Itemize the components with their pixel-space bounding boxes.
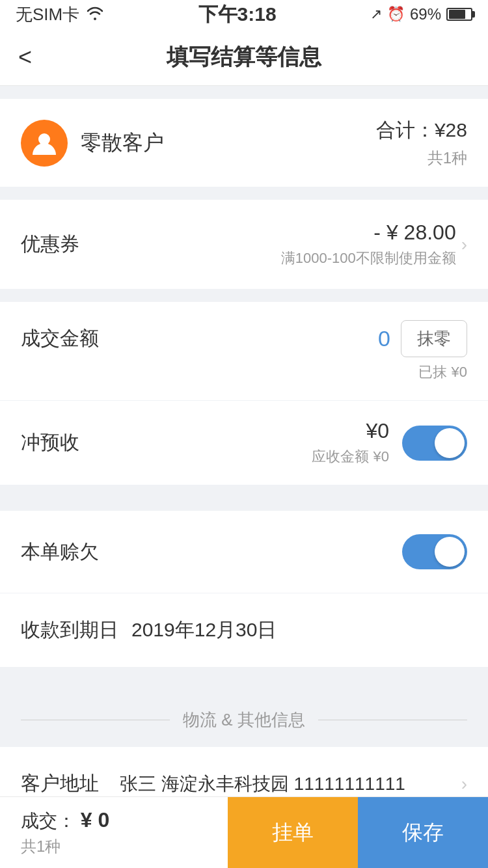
customer-avatar <box>21 120 68 167</box>
header-line-right <box>318 720 467 720</box>
customer-right: 合计：¥28 共1种 <box>376 117 467 169</box>
status-left: 无SIM卡 <box>16 3 104 26</box>
customer-left: 零散客户 <box>21 120 164 167</box>
debit-toggle[interactable] <box>402 534 467 569</box>
divider-2 <box>0 289 488 302</box>
address-label: 客户地址 <box>21 770 99 797</box>
battery-percent: 69% <box>410 5 441 23</box>
status-bar: 无SIM卡 下午3:18 ↗ ⏰ 69% <box>0 0 488 29</box>
coupon-section: 优惠券 - ¥ 28.00 满1000-100不限制使用金额 › <box>0 200 488 289</box>
customer-section: 零散客户 合计：¥28 共1种 <box>0 99 488 187</box>
address-chevron-icon: › <box>461 774 467 794</box>
coupon-amount: - ¥ 28.00 <box>281 221 456 245</box>
alarm-icon: ⏰ <box>387 6 405 23</box>
coupon-row[interactable]: 优惠券 - ¥ 28.00 满1000-100不限制使用金额 › <box>0 200 488 289</box>
bottom-deal-line: 成交： ¥ 0 <box>21 808 207 834</box>
prepayment-amount: ¥0 <box>312 419 389 443</box>
logistics-section: 物流 & 其他信息 <box>0 693 488 747</box>
coupon-desc: 满1000-100不限制使用金额 <box>281 249 456 268</box>
bottom-info: 成交： ¥ 0 共1种 <box>0 797 228 868</box>
hold-button[interactable]: 挂单 <box>228 797 358 868</box>
bottom-deal-amount: ¥ 0 <box>81 808 109 832</box>
bottom-deal-label: 成交： <box>21 811 75 831</box>
wifi-icon <box>86 5 104 25</box>
customer-total: 合计：¥28 <box>376 117 467 144</box>
customer-count: 共1种 <box>376 148 467 169</box>
debit-section: 本单赊欠 收款到期日 2019年12月30日 <box>0 511 488 667</box>
debit-toggle-knob <box>435 537 465 567</box>
divider-4 <box>0 667 488 680</box>
status-right: ↗ ⏰ 69% <box>370 5 472 23</box>
due-date-row[interactable]: 收款到期日 2019年12月30日 <box>0 593 488 667</box>
bottom-count: 共1种 <box>21 836 207 857</box>
debit-label: 本单赊欠 <box>21 539 99 565</box>
transaction-sub: 已抹 ¥0 <box>418 362 467 382</box>
prepayment-toggle[interactable] <box>402 426 467 461</box>
transaction-amount-row: 成交金额 0 抹零 已抹 ¥0 <box>0 302 488 401</box>
due-date-value: 2019年12月30日 <box>131 617 277 644</box>
due-date-label: 收款到期日 <box>21 617 118 644</box>
transaction-section: 成交金额 0 抹零 已抹 ¥0 冲预收 ¥0 应收金额 ¥0 <box>0 302 488 485</box>
back-button[interactable]: < <box>18 44 32 71</box>
carrier-label: 无SIM卡 <box>16 3 79 26</box>
customer-name: 零散客户 <box>81 129 164 157</box>
logistics-header-text: 物流 & 其他信息 <box>183 709 305 731</box>
divider-3 <box>0 485 488 498</box>
bottom-bar: 成交： ¥ 0 共1种 挂单 保存 <box>0 796 488 868</box>
prepayment-sub: 应收金额 ¥0 <box>312 447 389 467</box>
prepayment-label: 冲预收 <box>21 429 79 456</box>
round-button[interactable]: 抹零 <box>401 320 467 357</box>
header-line-left <box>21 720 170 720</box>
transaction-right: 0 抹零 <box>351 320 467 357</box>
save-button[interactable]: 保存 <box>358 797 488 868</box>
transaction-value[interactable]: 0 <box>351 326 390 351</box>
transaction-label: 成交金额 <box>21 325 99 352</box>
nav-bar: < 填写结算等信息 <box>0 29 488 86</box>
logistics-header: 物流 & 其他信息 <box>0 693 488 747</box>
debit-row: 本单赊欠 <box>0 511 488 593</box>
location-icon: ↗ <box>370 6 382 23</box>
page-title: 填写结算等信息 <box>167 42 321 72</box>
status-time: 下午3:18 <box>198 1 277 28</box>
prepayment-row: 冲预收 ¥0 应收金额 ¥0 <box>0 401 488 485</box>
chevron-right-icon: › <box>461 234 467 255</box>
coupon-label: 优惠券 <box>21 231 79 258</box>
coupon-right: - ¥ 28.00 满1000-100不限制使用金额 <box>281 221 456 268</box>
toggle-knob <box>435 428 465 458</box>
divider-1 <box>0 187 488 200</box>
address-value: 张三 海淀永丰科技园 11111111111 <box>120 772 441 796</box>
battery-icon <box>446 8 472 21</box>
